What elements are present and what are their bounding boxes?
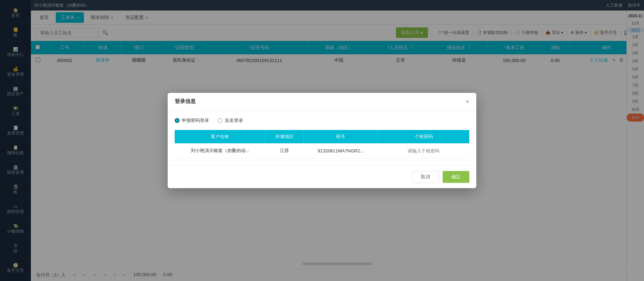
dialog-confirm-button[interactable]: 确定 bbox=[443, 171, 469, 183]
overlay: 登录信息 × 申报密码登录 实名登录 客户名称 所属地区 bbox=[0, 0, 644, 281]
dialog-client-name: 刘小艳演示账套（勿删勿动... bbox=[175, 143, 265, 158]
dialog-body: 申报密码登录 实名登录 客户名称 所属地区 税号 个税密码 bbox=[168, 110, 476, 165]
dialog-table: 客户名称 所属地区 税号 个税密码 刘小艳演示账套（勿删勿动... 江苏 913… bbox=[175, 130, 469, 158]
dialog-cancel-button[interactable]: 取消 bbox=[412, 171, 439, 183]
dialog-col-tax-number: 税号 bbox=[303, 130, 378, 143]
dialog-tax-password-input[interactable] bbox=[383, 148, 464, 153]
dialog-col-tax-password: 个税密码 bbox=[378, 130, 469, 143]
dialog-tax-password-cell bbox=[378, 143, 469, 158]
dialog-header: 登录信息 × bbox=[168, 93, 476, 110]
dialog-close-button[interactable]: × bbox=[465, 98, 469, 105]
radio-realname-login[interactable]: 实名登录 bbox=[218, 117, 243, 124]
radio-password-login[interactable]: 申报密码登录 bbox=[175, 117, 209, 124]
radio-realname-login-input[interactable] bbox=[218, 118, 223, 123]
login-dialog: 登录信息 × 申报密码登录 实名登录 客户名称 所属地区 bbox=[168, 93, 476, 188]
dialog-col-region: 所属地区 bbox=[265, 130, 303, 143]
dialog-col-client: 客户名称 bbox=[175, 130, 265, 143]
dialog-region: 江苏 bbox=[265, 143, 303, 158]
dialog-footer: 取消 确定 bbox=[168, 165, 476, 188]
dialog-title: 登录信息 bbox=[175, 98, 196, 105]
login-type-radio-group: 申报密码登录 实名登录 bbox=[175, 117, 469, 124]
dialog-tax-number: 91320811MA7NGR2... bbox=[303, 143, 378, 158]
dialog-table-row: 刘小艳演示账套（勿删勿动... 江苏 91320811MA7NGR2... bbox=[175, 143, 469, 158]
radio-password-login-input[interactable] bbox=[175, 118, 180, 123]
